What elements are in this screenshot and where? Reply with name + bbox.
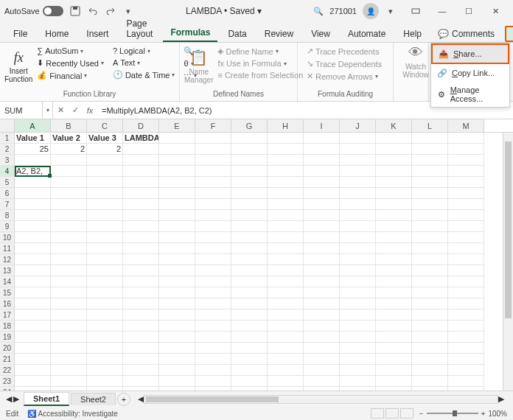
cell[interactable] (448, 177, 484, 188)
cell[interactable] (412, 387, 448, 391)
text-button[interactable]: A Text ▾ (111, 57, 177, 68)
row-header[interactable]: 15 (0, 287, 15, 298)
name-box-dropdown[interactable]: ▾ (43, 102, 53, 119)
cells-area[interactable]: Value 1Value 2Value 3LAMBDA2522A2, B2, (15, 133, 484, 391)
cell[interactable] (123, 321, 159, 332)
cell[interactable] (268, 354, 304, 365)
cell[interactable] (123, 387, 159, 391)
cell[interactable] (123, 188, 159, 199)
cell[interactable] (376, 321, 412, 332)
cell[interactable] (15, 221, 51, 232)
cell[interactable] (231, 177, 268, 188)
cell[interactable] (87, 243, 123, 254)
cell[interactable] (159, 243, 195, 254)
cell[interactable] (268, 387, 304, 391)
cell[interactable] (123, 166, 159, 177)
cell[interactable]: 2 (87, 144, 123, 155)
cell[interactable] (15, 354, 51, 365)
cell[interactable] (87, 210, 123, 221)
cell[interactable] (87, 265, 123, 276)
cell[interactable] (412, 221, 448, 232)
cell[interactable] (340, 365, 376, 376)
col-header[interactable]: E (159, 119, 195, 132)
cell[interactable] (159, 133, 195, 144)
cell[interactable] (448, 332, 484, 343)
cell[interactable] (231, 321, 268, 332)
close-icon[interactable]: ✕ (482, 1, 509, 21)
cell[interactable] (231, 232, 268, 243)
cell[interactable] (231, 199, 268, 210)
row-header[interactable]: 12 (0, 254, 15, 265)
tab-home[interactable]: Home (38, 26, 76, 42)
cell[interactable] (15, 265, 51, 276)
page-break-view-icon[interactable] (400, 408, 413, 419)
cell[interactable] (376, 332, 412, 343)
cell[interactable] (376, 221, 412, 232)
cell[interactable]: Value 3 (87, 133, 123, 144)
tab-view[interactable]: View (304, 26, 338, 42)
cell[interactable] (123, 210, 159, 221)
sheet-nav-prev-icon[interactable]: ◀ (6, 394, 12, 404)
cell[interactable] (159, 166, 195, 177)
cell[interactable] (412, 254, 448, 265)
row-header[interactable]: 21 (0, 354, 15, 365)
cell[interactable] (448, 343, 484, 354)
cell[interactable] (340, 232, 376, 243)
cell[interactable] (268, 376, 304, 387)
cell[interactable] (340, 177, 376, 188)
fx-button-icon[interactable]: fx (83, 102, 97, 119)
comments-button[interactable]: 💬 Comments (432, 26, 500, 42)
cell[interactable] (268, 243, 304, 254)
cell[interactable] (87, 309, 123, 321)
cell[interactable] (123, 298, 159, 309)
cell[interactable] (123, 365, 159, 376)
cell[interactable] (195, 309, 231, 321)
scrollbar-thumb[interactable] (505, 141, 512, 318)
cell[interactable] (412, 343, 448, 354)
cell[interactable] (15, 321, 51, 332)
col-header[interactable]: D (123, 119, 159, 132)
tab-pagelayout[interactable]: Page Layout (119, 15, 160, 42)
cell[interactable] (412, 365, 448, 376)
cell[interactable] (195, 265, 231, 276)
cell[interactable] (231, 265, 268, 276)
cell[interactable] (448, 276, 484, 287)
share-button[interactable]: 📤 Share ▾ (505, 26, 513, 42)
cell[interactable] (123, 287, 159, 298)
cell[interactable] (231, 155, 268, 166)
cell[interactable] (195, 133, 231, 144)
row-header[interactable]: 13 (0, 265, 15, 276)
hscroll-left-icon[interactable]: ◀ (138, 394, 144, 404)
zoom-level[interactable]: 100% (488, 410, 507, 418)
col-header[interactable]: F (195, 119, 231, 132)
cell[interactable] (448, 387, 484, 391)
cell[interactable] (268, 177, 304, 188)
cell[interactable] (376, 309, 412, 321)
cell[interactable] (448, 188, 484, 199)
cell[interactable] (123, 155, 159, 166)
cell[interactable] (51, 155, 87, 166)
ribbon-display-icon[interactable] (402, 1, 429, 21)
copy-link-menu-item[interactable]: 🔗 Copy Link... (431, 64, 509, 82)
logical-button[interactable]: ? Logical ▾ (111, 46, 177, 56)
tab-review[interactable]: Review (257, 26, 301, 42)
cell[interactable] (268, 287, 304, 298)
cell[interactable] (195, 232, 231, 243)
cell[interactable] (159, 321, 195, 332)
recently-used-button[interactable]: ⬇ Recently Used ▾ (35, 57, 105, 69)
cell[interactable] (123, 254, 159, 265)
cell[interactable] (51, 376, 87, 387)
cell[interactable] (51, 254, 87, 265)
save-icon[interactable] (69, 5, 81, 17)
cell[interactable] (231, 144, 268, 155)
tab-help[interactable]: Help (396, 26, 429, 42)
row-header[interactable]: 2 (0, 144, 15, 155)
cell[interactable] (304, 221, 340, 232)
cell[interactable] (448, 365, 484, 376)
cell[interactable] (195, 332, 231, 343)
row-header[interactable]: 14 (0, 276, 15, 287)
cell[interactable] (159, 265, 195, 276)
row-header[interactable]: 24 (0, 387, 15, 391)
cell[interactable] (195, 188, 231, 199)
cell[interactable] (340, 387, 376, 391)
